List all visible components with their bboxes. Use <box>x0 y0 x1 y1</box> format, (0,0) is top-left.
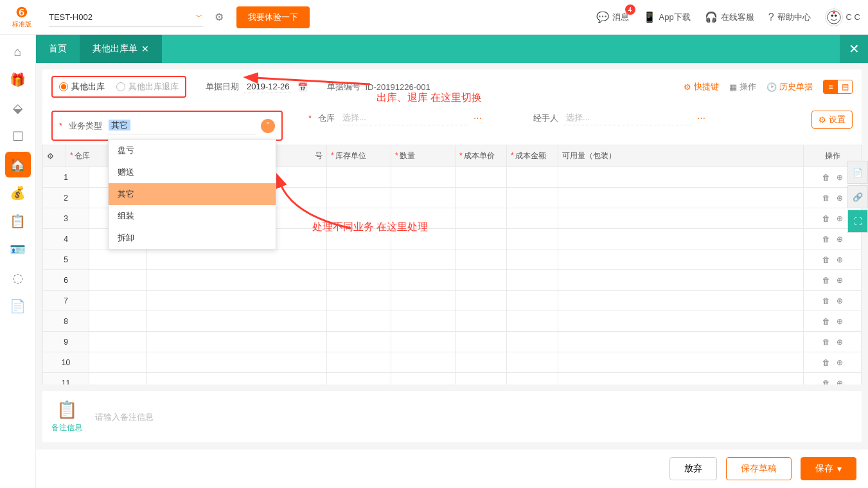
bolt-icon: ⚙ <box>684 82 691 92</box>
dropdown-option-0[interactable]: 盘亏 <box>109 140 276 161</box>
hotkey-link[interactable]: ⚙快捷键 <box>684 81 719 93</box>
handler-label: 经手人 <box>533 113 558 124</box>
add-icon[interactable]: ⊕ <box>837 358 843 367</box>
help-icon: ? <box>768 12 774 23</box>
user-menu[interactable]: C C <box>825 8 860 26</box>
delete-icon[interactable]: 🗑 <box>822 296 830 305</box>
dropdown-option-2[interactable]: 其它 <box>109 183 276 205</box>
delete-icon[interactable]: 🗑 <box>822 338 830 347</box>
rail-link-icon[interactable]: 🔗 <box>847 185 868 208</box>
warehouse-label: 仓库 <box>318 113 335 124</box>
nav-gift-icon[interactable]: 🎁 <box>5 67 31 93</box>
add-icon[interactable]: ⊕ <box>837 379 843 385</box>
table-row[interactable]: 9🗑⊕ <box>43 332 862 352</box>
biz-type-field[interactable]: * 业务类型 其它 ˄ <box>59 117 275 134</box>
delete-icon[interactable]: 🗑 <box>822 358 830 367</box>
phone-icon: 📱 <box>643 11 656 23</box>
chat-icon: 💬 <box>596 11 609 23</box>
table-row[interactable]: 10🗑⊕ <box>43 352 862 373</box>
user-name: C C <box>846 12 860 22</box>
radio-empty-icon <box>116 82 125 91</box>
rail-doc-icon[interactable]: 📄 <box>847 161 868 184</box>
nav-new-icon[interactable]: 📄 <box>5 293 31 319</box>
table-row[interactable]: 5🗑⊕ <box>43 249 862 270</box>
row-index: 4 <box>43 229 89 249</box>
add-icon[interactable]: ⊕ <box>837 338 843 347</box>
delete-icon[interactable]: 🗑 <box>822 235 830 244</box>
view-toggle: ≡ ▤ <box>823 80 853 94</box>
table-row[interactable]: 8🗑⊕ <box>43 311 862 332</box>
add-icon[interactable]: ⊕ <box>837 296 843 305</box>
radio-outbound[interactable]: 其他出库 <box>59 81 105 93</box>
nav-house-icon[interactable]: ⬙ <box>5 95 31 121</box>
table-row[interactable]: 6🗑⊕ <box>43 270 862 291</box>
delete-icon[interactable]: 🗑 <box>822 317 830 326</box>
add-icon[interactable]: ⊕ <box>837 173 843 182</box>
add-icon[interactable]: ⊕ <box>837 214 843 223</box>
save-button[interactable]: 保存 ▾ <box>801 457 856 480</box>
delete-icon[interactable]: 🗑 <box>822 173 830 182</box>
grid-icon: ▦ <box>729 82 737 92</box>
add-icon[interactable]: ⊕ <box>837 255 843 264</box>
gear-icon[interactable]: ⚙ <box>215 11 224 23</box>
config-label: 设置 <box>829 114 846 125</box>
dropdown-option-1[interactable]: 赠送 <box>109 161 276 183</box>
view-grid-icon[interactable]: ▤ <box>838 80 852 93</box>
memo-input[interactable] <box>95 412 853 422</box>
history-link[interactable]: 🕑历史单据 <box>766 81 813 93</box>
operate-link[interactable]: ▦操作 <box>729 81 756 93</box>
close-icon[interactable]: ✕ <box>141 44 149 54</box>
app-download-button[interactable]: 📱 App下载 <box>643 11 691 23</box>
add-icon[interactable]: ⊕ <box>837 276 843 285</box>
service-button[interactable]: 🎧 在线客服 <box>705 11 754 23</box>
nav-home-icon[interactable]: ⌂ <box>5 39 31 64</box>
hotkey-label: 快捷键 <box>694 81 719 93</box>
org-select[interactable]: TEST-H002 ﹀ <box>49 8 203 27</box>
tab-current[interactable]: 其他出库单 ✕ <box>80 35 162 63</box>
tabs-close-all[interactable]: ✕ <box>840 35 868 63</box>
operate-label: 操作 <box>740 81 756 93</box>
radio-return[interactable]: 其他出库退库 <box>116 81 179 93</box>
add-icon[interactable]: ⊕ <box>837 235 843 244</box>
more-icon[interactable]: ⋯ <box>474 113 482 123</box>
handler-field[interactable]: 经手人 选择... ⋯ <box>533 111 705 125</box>
add-icon[interactable]: ⊕ <box>837 194 843 203</box>
messages-button[interactable]: 💬 消息 4 <box>596 11 629 23</box>
tab-home[interactable]: 首页 <box>36 35 80 63</box>
chevron-up-icon[interactable]: ˄ <box>261 119 275 133</box>
draft-button[interactable]: 保存草稿 <box>726 457 792 480</box>
add-icon[interactable]: ⊕ <box>837 317 843 326</box>
handler-placeholder: 选择... <box>563 111 692 125</box>
warehouse-field[interactable]: * 仓库 选择... ⋯ <box>308 111 482 125</box>
delete-icon[interactable]: 🗑 <box>822 214 830 223</box>
app-label: App下载 <box>659 12 691 23</box>
delete-icon[interactable]: 🗑 <box>822 194 830 203</box>
delete-icon[interactable]: 🗑 <box>822 255 830 264</box>
nav-cycle-icon[interactable]: ◌ <box>5 265 31 291</box>
dropdown-option-3[interactable]: 组装 <box>109 205 276 227</box>
biz-type-label: 业务类型 <box>69 120 102 132</box>
nav-bag-icon[interactable]: ☐ <box>5 123 31 149</box>
table-row[interactable]: 7🗑⊕ <box>43 291 862 311</box>
delete-icon[interactable]: 🗑 <box>822 379 830 385</box>
config-button[interactable]: ⚙ 设置 <box>811 111 853 129</box>
table-row[interactable]: 11🗑⊕ <box>43 373 862 385</box>
col-gear[interactable]: ⚙ <box>43 145 66 167</box>
memo-label-text: 备注信息 <box>51 422 82 433</box>
discard-button[interactable]: 放弃 <box>669 457 717 480</box>
more-icon[interactable]: ⋯ <box>697 113 705 123</box>
try-button[interactable]: 我要体验一下 <box>236 6 310 28</box>
nav-id-icon[interactable]: 🪪 <box>5 237 31 262</box>
radio-dot-icon <box>59 82 68 91</box>
help-button[interactable]: ? 帮助中心 <box>768 12 811 23</box>
nav-clipboard-icon[interactable]: 📋 <box>5 208 31 234</box>
nav-warehouse-icon[interactable]: 🏠 <box>5 152 31 177</box>
delete-icon[interactable]: 🗑 <box>822 276 830 285</box>
msg-badge: 4 <box>625 5 635 15</box>
dropdown-option-4[interactable]: 拆卸 <box>109 227 276 249</box>
row-index: 2 <box>43 188 89 208</box>
logo: ❻ 标准版 <box>8 6 36 29</box>
nav-money-icon[interactable]: 💰 <box>5 180 31 206</box>
rail-expand-icon[interactable]: ⛶ <box>847 210 868 233</box>
view-list-icon[interactable]: ≡ <box>824 80 838 93</box>
